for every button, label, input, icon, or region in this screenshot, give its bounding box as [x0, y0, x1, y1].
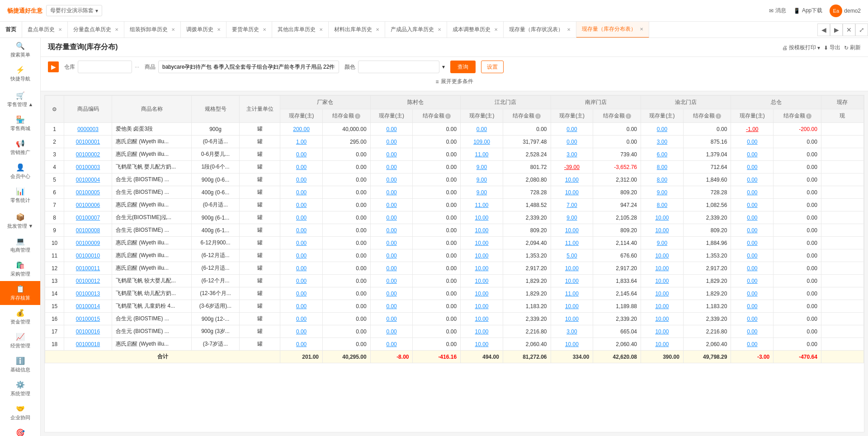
cell[interactable]: 7.00 — [551, 199, 593, 211]
cell[interactable]: 10.00 — [461, 237, 503, 249]
cell[interactable]: 11.00 — [461, 199, 503, 211]
tab-材料出库[interactable]: 材料出库单历史 ✕ — [329, 22, 385, 38]
info-icon5[interactable]: i — [716, 113, 721, 119]
cell[interactable]: 0.00 — [280, 249, 323, 262]
cell[interactable]: 00100002 — [64, 148, 112, 161]
cell[interactable]: 0.00 — [280, 237, 323, 249]
cell[interactable]: 0.00 — [280, 300, 323, 313]
cell[interactable]: 10.00 — [641, 224, 683, 237]
cell[interactable]: 0.00 — [731, 161, 774, 173]
cell[interactable]: 3.00 — [551, 325, 593, 338]
cell[interactable]: 0.00 — [370, 287, 413, 300]
color-input[interactable] — [358, 61, 439, 73]
cell[interactable]: 10.00 — [461, 262, 503, 275]
cell[interactable]: 10.00 — [641, 275, 683, 287]
cell[interactable]: 0.00 — [731, 148, 774, 161]
cell[interactable]: 0.00 — [370, 313, 413, 325]
cell[interactable]: 0.00 — [731, 325, 774, 338]
cell[interactable]: -39.00 — [551, 161, 593, 173]
refresh-btn[interactable]: ↻ 刷新 — [844, 44, 861, 52]
cell[interactable]: -1.00 — [731, 123, 774, 136]
cell[interactable]: 0.00 — [280, 224, 323, 237]
cell[interactable]: 10.00 — [641, 262, 683, 275]
cell[interactable]: 0.00 — [370, 186, 413, 199]
cell[interactable]: 9.00 — [641, 237, 683, 249]
cell[interactable]: 0.00 — [731, 338, 774, 351]
cell[interactable]: 00100006 — [64, 199, 112, 211]
sidebar-item-nav[interactable]: ⚡ 快捷导航 — [0, 62, 40, 86]
cell[interactable]: 10.00 — [551, 262, 593, 275]
nav-prev-btn[interactable]: ◀ — [817, 23, 830, 36]
sidebar-item-business[interactable]: 📈 经营管理 — [0, 329, 40, 353]
close-icon[interactable]: ✕ — [438, 27, 441, 32]
cell[interactable]: 0.00 — [280, 338, 323, 351]
cell[interactable]: 9.00 — [461, 173, 503, 186]
settings-btn[interactable]: 设置 — [481, 61, 504, 73]
cell[interactable]: 0.00 — [731, 199, 774, 211]
cell[interactable]: 0.00 — [280, 325, 323, 338]
sidebar-item-inventory[interactable]: 📋 库存核算 — [0, 281, 40, 305]
cell[interactable]: 00100013 — [64, 287, 112, 300]
print-btn[interactable]: 🖨 按模板打印 ▾ — [782, 44, 820, 52]
cell[interactable]: 0.00 — [731, 249, 774, 262]
cell[interactable]: 10.00 — [551, 300, 593, 313]
cell[interactable]: 0.00 — [370, 325, 413, 338]
cell[interactable]: 0.00 — [641, 123, 683, 136]
tab-其他出库[interactable]: 其他出库单历史 ✕ — [272, 22, 329, 38]
cell[interactable]: 0.00 — [280, 161, 323, 173]
cell[interactable]: 0.00 — [370, 211, 413, 224]
cell[interactable]: 00100011 — [64, 262, 112, 275]
warehouse-input[interactable] — [78, 61, 132, 73]
close-icon[interactable]: ✕ — [319, 27, 323, 32]
sidebar-item-collab[interactable]: 🤝 企业协同 — [0, 401, 40, 425]
tab-库存分布[interactable]: 现存量（库存分布表） ✕ — [576, 22, 649, 38]
cell[interactable]: 9.00 — [641, 186, 683, 199]
cell[interactable]: 0.00 — [370, 199, 413, 211]
cell[interactable]: 0.00 — [370, 148, 413, 161]
cell[interactable]: 10.00 — [551, 224, 593, 237]
color-dropdown-icon[interactable]: ▾ — [442, 64, 445, 70]
tab-库存状况[interactable]: 现存量（库存状况表） ✕ — [504, 22, 576, 38]
cell[interactable]: 0.00 — [731, 237, 774, 249]
cell[interactable]: 9.00 — [461, 186, 503, 199]
cell[interactable]: 10.00 — [461, 211, 503, 224]
cell[interactable]: 0.00 — [551, 123, 593, 136]
cell[interactable]: 0.00 — [280, 275, 323, 287]
cell[interactable]: 00100009 — [64, 237, 112, 249]
cell[interactable]: 0.00 — [370, 237, 413, 249]
warehouse-dots[interactable]: ··· — [135, 64, 139, 70]
cell[interactable]: 0.00 — [370, 300, 413, 313]
cell[interactable]: 10.00 — [461, 224, 503, 237]
close-icon[interactable]: ✕ — [376, 27, 379, 32]
cell[interactable]: 3.00 — [551, 148, 593, 161]
sidebar-item-system[interactable]: ⚙️ 系统管理 — [0, 377, 40, 401]
tab-home[interactable]: 首页 — [0, 22, 22, 38]
sidebar-item-wholesale[interactable]: 📦 批发管理 ▼ — [0, 209, 40, 233]
cell[interactable]: 200.00 — [280, 123, 323, 136]
tab-产成品入库[interactable]: 产成品入库单历史 ✕ — [385, 22, 447, 38]
cell[interactable]: 00100004 — [64, 173, 112, 186]
expand-conditions-btn[interactable]: ≡ 展开更多条件 — [435, 78, 473, 85]
info-icon6[interactable]: i — [806, 113, 811, 119]
cell[interactable]: 0.00 — [280, 186, 323, 199]
cell[interactable]: 10.00 — [551, 313, 593, 325]
user-menu[interactable]: Ea demo2 — [830, 5, 861, 17]
cell[interactable]: 109.00 — [461, 136, 503, 148]
cell[interactable]: 0.00 — [731, 262, 774, 275]
cell[interactable]: 0.00 — [280, 262, 323, 275]
info-icon3[interactable]: i — [535, 113, 541, 119]
cell[interactable]: 0.00 — [731, 186, 774, 199]
cell[interactable]: 9.00 — [461, 161, 503, 173]
cell[interactable]: 0.00 — [280, 173, 323, 186]
cell[interactable]: 0.00 — [280, 211, 323, 224]
tab-inventory-history[interactable]: 盘点单历史 ✕ — [22, 22, 68, 38]
sidebar-item-guide[interactable]: 🎯 新手引导 — [0, 425, 40, 436]
cell[interactable]: 0.00 — [370, 275, 413, 287]
cell[interactable]: 10.00 — [461, 338, 503, 351]
cell[interactable]: 00100003 — [64, 161, 112, 173]
cell[interactable]: 10.00 — [461, 313, 503, 325]
cell[interactable]: 10.00 — [461, 325, 503, 338]
tab-调拨单[interactable]: 调拨单历史 ✕ — [181, 22, 226, 38]
cell[interactable]: 0.00 — [461, 123, 503, 136]
cell[interactable]: 0.00 — [731, 211, 774, 224]
